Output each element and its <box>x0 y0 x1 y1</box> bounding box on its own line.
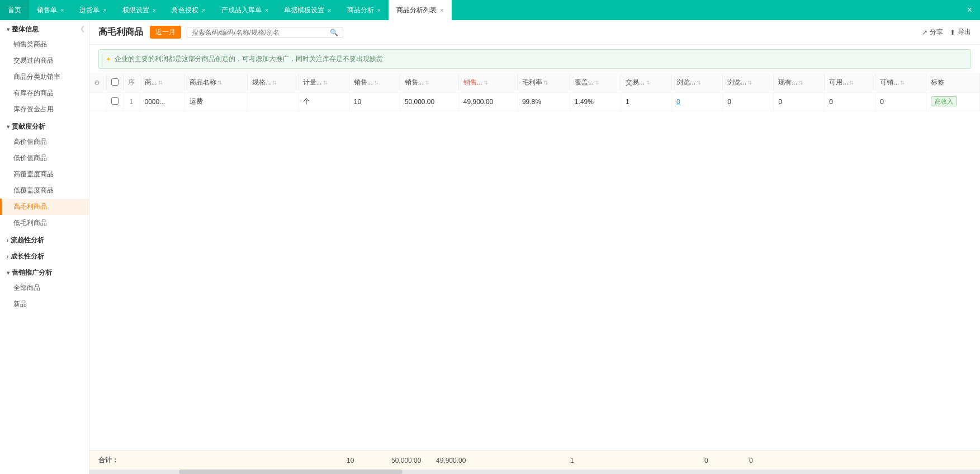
top-navigation: 首页 销售单 × 进货单 × 权限设置 × 角色授权 × 产成品入库单 × 单据… <box>0 0 980 20</box>
sort-browse2[interactable]: ⇅ <box>747 79 752 86</box>
settings-icon[interactable]: ⚙ <box>94 79 100 87</box>
sidebar-item-stock-capital[interactable]: 库存资金占用 <box>0 101 89 118</box>
share-icon: ↗ <box>922 29 927 36</box>
sort-sales-qty[interactable]: ⇅ <box>374 79 378 86</box>
th-settings[interactable]: ⚙ <box>89 73 106 92</box>
row-checkbox[interactable] <box>111 97 119 105</box>
close-window-button[interactable]: × <box>959 0 980 20</box>
filter-recent-month-button[interactable]: 近一月 <box>150 26 181 39</box>
scrollbar-thumb[interactable] <box>179 470 403 474</box>
sort-available-stock[interactable]: ⇅ <box>849 79 854 86</box>
sidebar-group-contribution[interactable]: ▾ 贡献度分析 <box>0 118 89 134</box>
browse1-link[interactable]: 0 <box>676 98 680 106</box>
sidebar-group-growth[interactable]: › 成长性分析 <box>0 247 89 264</box>
sidebar-item-high-coverage[interactable]: 高覆盖度商品 <box>0 166 89 182</box>
sidebar-item-sales-goods[interactable]: 销售类商品 <box>0 36 89 53</box>
close-permission-tab[interactable]: × <box>153 7 156 13</box>
share-button[interactable]: ↗ 分享 <box>922 27 943 37</box>
cell-browse1[interactable]: 0 <box>672 92 723 111</box>
export-button[interactable]: ⬆ 导出 <box>950 27 971 37</box>
th-available-stock[interactable]: 可用...⇅ <box>825 73 875 92</box>
th-saleable[interactable]: 可销...⇅ <box>875 73 926 92</box>
th-sales-qty[interactable]: 销售...⇅ <box>349 73 400 92</box>
close-purchase-tab[interactable]: × <box>103 7 106 13</box>
close-product-analysis-tab[interactable]: × <box>377 7 381 13</box>
th-coverage[interactable]: 覆盖...⇅ <box>570 73 621 92</box>
sidebar-collapse-button[interactable]: 《 <box>77 25 84 35</box>
nav-permission[interactable]: 权限设置 × <box>115 0 164 20</box>
th-gross-rate[interactable]: 毛利率⇅ <box>517 73 570 92</box>
group-arrow-marketing: ▾ <box>7 270 10 276</box>
sidebar-item-high-margin[interactable]: 高毛利商品 <box>0 199 89 215</box>
sidebar-item-traded-goods[interactable]: 交易过的商品 <box>0 53 89 69</box>
th-tag: 标签 <box>926 73 980 92</box>
th-browse1[interactable]: 浏览...⇅ <box>672 73 723 92</box>
nav-template[interactable]: 单据模板设置 × <box>276 0 339 20</box>
group-arrow-contribution: ▾ <box>7 124 10 130</box>
close-role-tab[interactable]: × <box>202 7 205 13</box>
sidebar-group-overall[interactable]: ▾ 整体信息 <box>0 20 89 36</box>
close-sales-tab[interactable]: × <box>60 7 64 13</box>
cell-spec <box>247 92 298 111</box>
nav-purchase[interactable]: 进货单 × <box>72 0 114 20</box>
sort-browse1[interactable]: ⇅ <box>697 79 701 86</box>
close-product-inbound-tab[interactable]: × <box>265 7 268 13</box>
sort-gross-rate[interactable]: ⇅ <box>543 79 548 86</box>
sidebar-item-all-goods[interactable]: 全部商品 <box>0 280 89 296</box>
cell-coverage: 1.49% <box>570 92 621 111</box>
export-icon: ⬆ <box>950 29 955 36</box>
content-area: 高毛利商品 近一月 🔍 ↗ 分享 ⬆ 导出 ✦ 企业的主要的利润都是这部分商品创… <box>89 20 980 474</box>
cell-sales-qty: 10 <box>349 92 400 111</box>
sidebar-item-new-goods[interactable]: 新品 <box>0 296 89 312</box>
sort-coverage[interactable]: ⇅ <box>595 79 599 86</box>
th-spec[interactable]: 规格...⇅ <box>247 73 298 92</box>
th-browse2[interactable]: 浏览...⇅ <box>723 73 774 92</box>
sidebar-item-low-value[interactable]: 低价值商品 <box>0 150 89 166</box>
th-code[interactable]: 商...⇅ <box>140 73 184 92</box>
sidebar-item-low-margin[interactable]: 低毛利商品 <box>0 215 89 231</box>
sort-unit[interactable]: ⇅ <box>323 79 328 86</box>
nav-role[interactable]: 角色授权 × <box>164 0 213 20</box>
cell-trade: 1 <box>621 92 672 111</box>
nav-product-inbound[interactable]: 产成品入库单 × <box>214 0 276 20</box>
search-icon[interactable]: 🔍 <box>330 29 338 36</box>
horizontal-scrollbar[interactable] <box>89 470 980 474</box>
product-table-container[interactable]: ⚙ 序 商...⇅ 商品名称⇅ <box>89 73 980 450</box>
footer-sales-qty: 10 <box>342 457 387 464</box>
nav-home[interactable]: 首页 <box>0 0 29 20</box>
th-current-stock[interactable]: 现有...⇅ <box>774 73 825 92</box>
nav-sales[interactable]: 销售单 × <box>29 0 72 20</box>
search-box: 🔍 <box>187 27 343 38</box>
select-all-checkbox[interactable] <box>111 78 119 86</box>
close-template-tab[interactable]: × <box>328 7 331 13</box>
sort-sales-amount[interactable]: ⇅ <box>425 79 429 86</box>
sidebar-item-low-coverage[interactable]: 低覆盖度商品 <box>0 182 89 199</box>
sidebar-group-trend[interactable]: › 流趋性分析 <box>0 231 89 247</box>
tip-icon: ✦ <box>106 55 111 63</box>
sidebar-item-high-value[interactable]: 高价值商品 <box>0 134 89 150</box>
th-unit[interactable]: 计量...⇅ <box>298 73 349 92</box>
th-checkbox[interactable] <box>106 73 123 92</box>
sort-trade[interactable]: ⇅ <box>646 79 650 86</box>
cell-gross-rate: 99.8% <box>517 92 570 111</box>
cell-checkbox[interactable] <box>106 92 123 111</box>
th-trade[interactable]: 交易...⇅ <box>621 73 672 92</box>
sidebar-item-category-sales-rate[interactable]: 商品分类助销率 <box>0 69 89 85</box>
search-input[interactable] <box>192 29 330 36</box>
nav-product-analysis-list[interactable]: 商品分析列表 × <box>389 0 451 20</box>
sort-code[interactable]: ⇅ <box>158 79 163 86</box>
sort-spec[interactable]: ⇅ <box>272 79 277 86</box>
th-sales-cost[interactable]: 销售...⇅ <box>458 73 517 92</box>
sidebar-group-marketing[interactable]: ▾ 营销推广分析 <box>0 264 89 280</box>
th-sales-amount[interactable]: 销售...⇅ <box>400 73 458 92</box>
sort-sales-cost[interactable]: ⇅ <box>484 79 488 86</box>
sort-current-stock[interactable]: ⇅ <box>798 79 803 86</box>
th-name[interactable]: 商品名称⇅ <box>184 73 247 92</box>
sort-saleable[interactable]: ⇅ <box>900 79 905 86</box>
cell-tag: 高收入 <box>926 92 980 111</box>
sort-name[interactable]: ⇅ <box>217 79 222 86</box>
footer-trade: 1 <box>566 457 610 464</box>
close-product-analysis-list-tab[interactable]: × <box>440 7 443 13</box>
nav-product-analysis[interactable]: 商品分析 × <box>339 0 389 20</box>
sidebar-item-stocked-goods[interactable]: 有库存的商品 <box>0 85 89 101</box>
